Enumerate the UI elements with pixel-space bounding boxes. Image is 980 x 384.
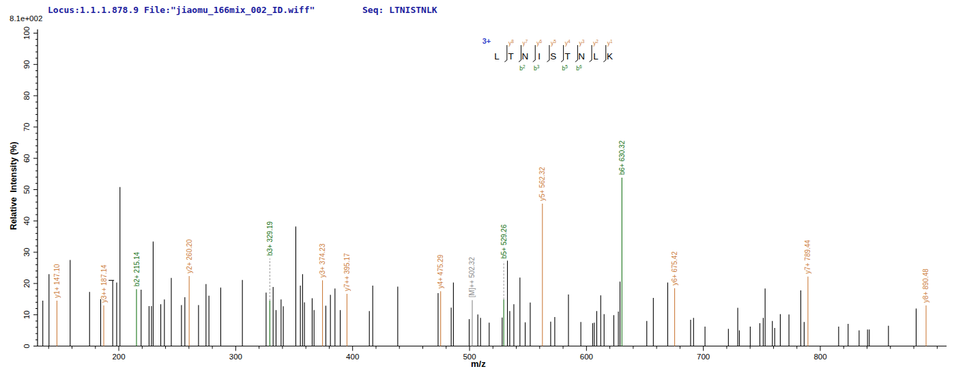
y-ion-label: y3	[579, 39, 584, 46]
y-ion-label: y2	[593, 39, 599, 46]
peak-label: [M]++ 502.32	[468, 257, 476, 297]
residue-letter: L	[494, 51, 500, 61]
residue-letter: K	[607, 51, 613, 61]
x-tick-label: 400	[346, 353, 359, 361]
fragment-separator	[603, 45, 606, 62]
residue-letter: N	[578, 51, 585, 61]
fragment-separator	[561, 45, 564, 62]
y-tick-label: 40	[23, 217, 31, 225]
peak-label: y8+ 890.48	[922, 269, 929, 303]
peak-label: y1+ 147.10	[53, 264, 61, 298]
residue-letter: T	[508, 51, 514, 61]
residue-letter: S	[550, 51, 556, 61]
peak-label: y4+ 475.29	[437, 254, 444, 288]
y-tick-label: 10	[23, 310, 31, 319]
x-tick-label: 300	[229, 353, 242, 361]
y-tick-label: 20	[23, 279, 31, 288]
peak-label: y5+ 562.32	[538, 167, 546, 201]
peak-label: y7+ 789.44	[804, 240, 811, 274]
y-tick-label: 60	[23, 154, 31, 163]
fragment-separator	[547, 45, 549, 62]
y-axis-title: Relative Intensity (%)	[9, 141, 18, 230]
y-tick-label: 30	[23, 248, 31, 257]
x-tick-label: 200	[112, 353, 125, 361]
b-ion-label: b6	[576, 64, 582, 72]
peak-label: b3+ 329.19	[266, 221, 274, 256]
y-ion-label: y7	[523, 39, 528, 46]
y-ion-label: y1	[607, 39, 613, 46]
fragment-separator	[519, 45, 521, 62]
y-tick-label: 90	[23, 60, 31, 69]
spectrum-chart: 2003004005006007008000102030405060708090…	[0, 0, 980, 384]
residue-letter: N	[522, 51, 529, 61]
spectrum-viewer-page: Locus:1.1.1.878.9 File:"jiaomu_166mix_00…	[0, 0, 980, 384]
b-ion-label: b3	[534, 64, 540, 72]
fragment-separator	[533, 45, 536, 62]
y-ion-label: y4	[565, 39, 571, 46]
peak-label: b2+ 215.14	[133, 251, 141, 286]
b-ion-label: b5	[562, 64, 568, 72]
fragment-separator	[575, 45, 578, 62]
residue-letter: T	[564, 51, 570, 61]
peak-label: b5+ 529.26	[500, 224, 508, 259]
b-ion-label: b2	[519, 64, 525, 72]
peak-label: b6+ 630.32	[618, 140, 626, 175]
fragment-separator	[504, 45, 507, 62]
y-tick-label: 50	[23, 185, 31, 194]
y-tick-label: 80	[23, 92, 31, 100]
y-ion-label: y6	[536, 39, 542, 46]
peak-label: y7++ 395.17	[343, 253, 351, 291]
peak-label: y2+ 260.20	[186, 239, 193, 273]
y-ion-label: y5	[551, 39, 556, 46]
fragment-separator	[590, 45, 592, 62]
peak-label: y6+ 675.42	[671, 251, 678, 286]
charge-state-label: 3+	[482, 37, 491, 45]
peak-label: y3++ 187.14	[100, 264, 108, 303]
y-tick-label: 100	[23, 27, 31, 40]
y-tick-label: 70	[23, 123, 31, 132]
peak-label: y3+ 374.23	[319, 243, 326, 277]
x-tick-label: 600	[580, 353, 593, 361]
y-ion-label: y8	[508, 39, 514, 46]
residue-letter: I	[538, 51, 541, 61]
x-tick-label: 700	[697, 353, 710, 361]
y-tick-label: 0	[23, 344, 31, 348]
x-tick-label: 800	[813, 353, 826, 361]
residue-letter: L	[593, 51, 599, 61]
x-axis-title: m/z	[471, 359, 486, 369]
